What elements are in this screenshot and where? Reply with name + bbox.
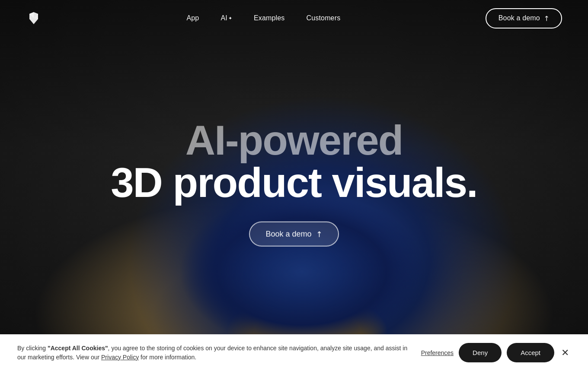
logo[interactable] bbox=[26, 10, 42, 26]
close-icon: ✕ bbox=[561, 347, 569, 358]
close-cookie-button[interactable]: ✕ bbox=[559, 346, 571, 360]
hero-arrow-icon: ↗ bbox=[313, 228, 325, 240]
hero-content: AI-powered 3D product visuals. Book a de… bbox=[99, 119, 489, 247]
nav-item-examples[interactable]: Examples bbox=[254, 14, 285, 22]
nav-item-ai[interactable]: AI✦ bbox=[220, 14, 232, 22]
nav-book-demo-label: Book a demo bbox=[499, 14, 540, 22]
nav-arrow-icon: ↗ bbox=[541, 13, 551, 23]
hero-book-demo-button[interactable]: Book a demo ↗ bbox=[249, 222, 339, 247]
ai-plus-icon: ✦ bbox=[228, 16, 232, 21]
cookie-text: By clicking "Accept All Cookies", you ag… bbox=[17, 344, 412, 362]
nav-links: App AI✦ Examples Customers bbox=[186, 14, 340, 22]
cookie-banner: By clicking "Accept All Cookies", you ag… bbox=[0, 334, 588, 371]
cookie-actions: Preferences Deny Accept ✕ bbox=[421, 343, 571, 362]
deny-button[interactable]: Deny bbox=[459, 343, 502, 362]
nav-item-customers[interactable]: Customers bbox=[307, 14, 341, 22]
hero-title-line2: 3D product visuals. bbox=[99, 161, 489, 204]
nav-book-demo-button[interactable]: Book a demo ↗ bbox=[486, 8, 562, 29]
navigation: App AI✦ Examples Customers Book a demo ↗ bbox=[0, 0, 588, 36]
nav-item-app[interactable]: App bbox=[186, 14, 199, 22]
privacy-policy-link[interactable]: Privacy Policy bbox=[101, 354, 139, 361]
hero-cta-label: Book a demo bbox=[265, 230, 311, 239]
accept-button[interactable]: Accept bbox=[507, 343, 554, 362]
preferences-button[interactable]: Preferences bbox=[421, 349, 454, 356]
hero-title-line1: AI-powered bbox=[99, 119, 489, 161]
